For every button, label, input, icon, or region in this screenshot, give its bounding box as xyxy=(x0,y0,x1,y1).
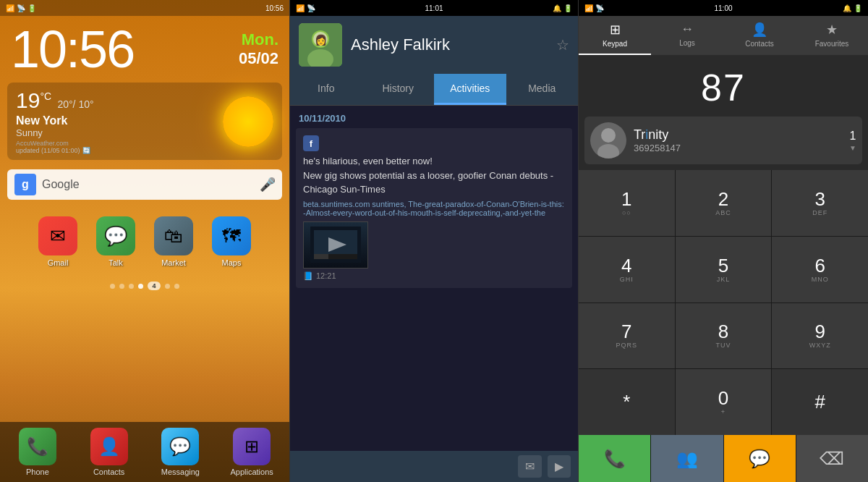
facebook-small-icon: 📘 xyxy=(303,271,313,281)
day-name: Mon. xyxy=(239,30,278,49)
key-5-main: 5 xyxy=(718,256,728,275)
messaging-icon: 💬 xyxy=(161,428,199,465)
dock-phone[interactable]: 📞 Phone xyxy=(9,428,67,476)
dialer-number: 87 xyxy=(590,66,857,109)
call-button[interactable]: 📞 xyxy=(579,435,650,482)
tab-history[interactable]: History xyxy=(362,74,435,105)
weather-updated: updated (11/05 01:00) 🔄 xyxy=(16,147,94,154)
dialer-tab-favourites[interactable]: ★ Favourites xyxy=(796,16,868,55)
mic-icon[interactable]: 🎤 xyxy=(260,177,275,192)
keypad: 1 ○○ 2 ABC 3 DEF 4 GHI 5 JKL 6 MNO 7 PQR… xyxy=(579,170,868,435)
tab-media[interactable]: Media xyxy=(506,74,579,105)
tab-info[interactable]: Info xyxy=(290,74,362,105)
refresh-icon[interactable]: 🔄 xyxy=(82,147,90,154)
contact-star[interactable]: ☆ xyxy=(556,36,569,54)
dialer-status-bar: 📶 📡 11:00 🔔 🔋 xyxy=(579,0,868,16)
applications-icon: ⊞ xyxy=(233,428,271,465)
dock-contacts-label: Contacts xyxy=(93,468,124,476)
key-5[interactable]: 5 JKL xyxy=(676,237,772,303)
key-9-sub: WXYZ xyxy=(809,342,831,349)
contact-status-right: 🔔 🔋 xyxy=(553,4,572,12)
compose-action[interactable]: ✉ xyxy=(518,455,542,478)
dot-1[interactable] xyxy=(110,284,115,289)
key-7-sub: PQRS xyxy=(616,342,638,349)
key-4[interactable]: 4 GHI xyxy=(579,237,675,303)
contacts-tab-label: Contacts xyxy=(745,40,773,48)
key-9[interactable]: 9 WXYZ xyxy=(772,303,868,369)
dot-3[interactable] xyxy=(129,284,134,289)
gmail-icon: ✉ xyxy=(38,216,77,255)
key-1-sub: ○○ xyxy=(622,209,631,216)
sms-button[interactable]: 💬 xyxy=(724,435,796,482)
svg-rect-9 xyxy=(314,254,328,259)
key-6[interactable]: 6 MNO xyxy=(772,237,868,303)
dot-2[interactable] xyxy=(119,284,124,289)
key-0-sub: + xyxy=(721,408,726,415)
key-2[interactable]: 2 ABC xyxy=(676,170,772,236)
contact-avatar: 👩 xyxy=(299,23,342,67)
key-star[interactable]: * xyxy=(579,369,675,435)
app-talk[interactable]: 💬 Talk xyxy=(90,216,141,267)
contacts-tab-icon: 👤 xyxy=(752,22,767,38)
activity-sub-text: New gig shows potential as a looser, goo… xyxy=(303,169,565,197)
dock-messaging[interactable]: 💬 Messaging xyxy=(151,428,209,476)
key-4-main: 4 xyxy=(621,256,631,275)
home-clock-status: 10:56 xyxy=(265,4,284,12)
sun-icon xyxy=(223,96,273,147)
market-label: Market xyxy=(161,258,186,267)
key-0[interactable]: 0 + xyxy=(676,369,772,435)
key-8[interactable]: 8 TUV xyxy=(676,303,772,369)
phone-icon: 📞 xyxy=(19,428,56,465)
forward-action[interactable]: ▶ xyxy=(548,455,571,478)
dialer-tab-logs[interactable]: ↔ Logs xyxy=(651,16,723,55)
caller-nav[interactable]: 1 ▼ xyxy=(849,130,856,152)
dialer-tab-keypad[interactable]: ⊞ Keypad xyxy=(579,16,651,55)
contacts-button[interactable]: 👥 xyxy=(651,435,723,482)
dot-5[interactable] xyxy=(165,284,170,289)
key-3-main: 3 xyxy=(814,190,825,208)
key-6-sub: MNO xyxy=(812,276,829,283)
caller-avatar xyxy=(590,122,626,158)
key-5-sub: JKL xyxy=(717,276,731,283)
key-3[interactable]: 3 DEF xyxy=(772,170,868,236)
key-7[interactable]: 7 PQRS xyxy=(579,303,675,369)
weather-description: Sunny xyxy=(16,127,94,138)
app-maps[interactable]: 🗺 Maps xyxy=(206,216,257,267)
delete-button[interactable]: ⌫ xyxy=(796,435,868,482)
dock-applications[interactable]: ⊞ Applications xyxy=(223,428,281,476)
weather-widget: 19°C 20°/ 10° New York Sunny AccuWeather… xyxy=(7,83,282,160)
talk-label: Talk xyxy=(109,258,123,267)
favourites-tab-label: Favourites xyxy=(815,40,849,48)
key-2-sub: ABC xyxy=(715,209,731,216)
caller-count: 1 xyxy=(850,130,856,143)
keypad-tab-label: Keypad xyxy=(603,40,627,48)
activity-thumbnail[interactable] xyxy=(303,221,368,269)
app-market[interactable]: 🛍 Market xyxy=(148,216,199,267)
dot-active[interactable] xyxy=(138,284,143,289)
home-status-left: 📶 📡 🔋 xyxy=(6,4,36,12)
activity-link: beta.suntimes.com suntimes, The-great-pa… xyxy=(303,200,565,217)
dock: 📞 Phone 👤 Contacts 💬 Messaging ⊞ Applica… xyxy=(0,422,289,482)
home-date-display: Mon. 05/02 xyxy=(239,23,278,68)
activity-date: 10/11/2010 xyxy=(290,106,578,128)
dock-contacts[interactable]: 👤 Contacts xyxy=(80,428,138,476)
tab-activities[interactable]: Activities xyxy=(434,74,506,105)
caller-number: 369258147 xyxy=(634,143,842,153)
caller-details: Trinity 369258147 xyxy=(634,127,842,153)
dot-numbered[interactable]: 4 xyxy=(148,282,161,290)
key-hash[interactable]: # xyxy=(772,369,868,435)
dialer-tab-contacts[interactable]: 👤 Contacts xyxy=(723,16,796,55)
key-hash-main: # xyxy=(814,392,825,411)
dialer-status-right: 🔔 🔋 xyxy=(843,4,862,12)
activity-content: 10/11/2010 f he's hilarious, even better… xyxy=(290,106,578,451)
signal-icon: 📶 xyxy=(6,4,14,12)
key-1[interactable]: 1 ○○ xyxy=(579,170,675,236)
caller-name-prefix: Tr xyxy=(634,127,645,142)
key-4-sub: GHI xyxy=(620,276,634,283)
gmail-label: Gmail xyxy=(48,258,69,267)
date-string: 05/02 xyxy=(239,49,278,68)
caller-info: Trinity 369258147 1 ▼ xyxy=(584,117,862,164)
dot-6[interactable] xyxy=(174,284,179,289)
search-bar[interactable]: g Google 🎤 xyxy=(7,169,282,200)
app-gmail[interactable]: ✉ Gmail xyxy=(33,216,83,267)
